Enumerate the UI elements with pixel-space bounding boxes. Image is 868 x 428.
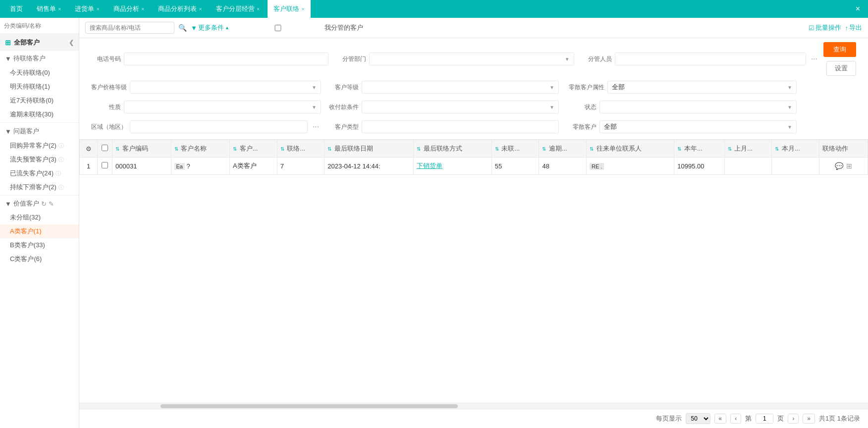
th-overdue: ⇅ 逾期... <box>539 140 587 158</box>
qrcode-icon[interactable]: ⊞ <box>846 162 852 170</box>
top-nav: 首页 销售单 × 进货单 × 商品分析 × 商品分析列表 × 客户分层经营 × … <box>0 0 868 18</box>
sidebar-search-input[interactable] <box>4 22 78 29</box>
filter-row-4: 区域（地区） ··· 客户类型 零散客户 全部 ▼ <box>87 118 860 135</box>
th-action-label: 联络动作 <box>822 145 848 152</box>
th-check[interactable] <box>98 140 112 158</box>
customer-type-input[interactable] <box>362 120 559 133</box>
price-level-chevron-icon: ▼ <box>312 85 317 90</box>
sidebar-item-class-a[interactable]: A类客户(1) <box>0 224 79 238</box>
content-area: 🔍 ▼ 更多条件 ▲ 我分管的客户 ☑ 批量操作 ↑ 导出 <box>79 18 868 428</box>
th-gear[interactable]: ⚙ <box>80 140 98 158</box>
value-section-label: 价值客户 <box>13 199 39 208</box>
prev-page-button[interactable]: ‹ <box>730 414 741 424</box>
overdue-days-value: 48 <box>542 162 549 170</box>
horizontal-scrollbar[interactable] <box>161 404 458 408</box>
class-a-label: A类客户(1) <box>10 227 42 235</box>
region-label: 区域（地区） <box>91 123 127 131</box>
batch-op-button[interactable]: ☑ 批量操作 <box>809 23 841 32</box>
page-size-select[interactable]: 50 100 200 <box>686 413 710 424</box>
region-input[interactable] <box>130 120 308 133</box>
price-level-select[interactable]: ▼ <box>130 81 321 94</box>
close-customer-segment-icon[interactable]: × <box>257 6 260 12</box>
sidebar-item-ungroup[interactable]: 未分组(32) <box>0 211 79 224</box>
filter-row-3: 性质 ▼ 收付款条件 ▼ 状态 <box>87 99 860 115</box>
select-all-checkbox[interactable] <box>102 145 108 151</box>
settings-button[interactable]: 设置 <box>826 61 856 76</box>
nav-customer-contact[interactable]: 客户联络 × <box>268 0 310 18</box>
th-this-month: ⇅ 本月... <box>772 140 819 158</box>
sidebar-item-class-c[interactable]: C类客户(6) <box>0 252 79 266</box>
uncontact-days-value: 55 <box>495 162 502 170</box>
this-month-sort-icon: ⇅ <box>775 146 779 152</box>
filter-search-icon[interactable]: 🔍 <box>178 24 187 32</box>
retail-customer-select[interactable]: 全部 ▼ <box>599 120 797 133</box>
th-last-date: ⇅ 最后联络日期 <box>325 140 414 158</box>
last-page-button[interactable]: » <box>803 414 815 424</box>
page-size-label: 每页显示 <box>656 414 682 423</box>
sidebar-item-tomorrow[interactable]: 明天待联络(1) <box>0 80 79 94</box>
edit-icon[interactable]: ✎ <box>49 200 54 208</box>
first-page-button[interactable]: « <box>714 414 727 424</box>
td-check[interactable] <box>98 158 112 175</box>
nav-customer-segment[interactable]: 客户分层经营 × <box>210 0 266 18</box>
close-purchase-icon[interactable]: × <box>96 6 99 12</box>
comment-icon[interactable]: 💬 <box>835 162 843 170</box>
sidebar-section-problem[interactable]: ▼ 问题客户 <box>0 124 79 139</box>
nav-home[interactable]: 首页 <box>4 0 29 18</box>
close-product-analysis-list-icon[interactable]: × <box>199 6 202 12</box>
sidebar-section-pending[interactable]: ▼ 待联络客户 <box>0 51 79 66</box>
manager-input[interactable] <box>615 53 806 65</box>
th-action: 联络动作 <box>819 140 868 158</box>
filter-icon: ▼ <box>191 24 197 32</box>
my-customer-label: 我分管的客户 <box>325 23 363 32</box>
nav-sales[interactable]: 销售单 × <box>31 0 67 18</box>
gear-icon[interactable]: ⚙ <box>86 145 92 153</box>
dept-chevron-icon: ▼ <box>565 56 570 62</box>
page-input[interactable] <box>756 414 773 424</box>
payment-chevron-icon: ▼ <box>549 105 554 110</box>
sidebar-collapse-icon[interactable]: ❮ <box>69 39 74 46</box>
nav-product-analysis[interactable]: 商品分析 × <box>108 0 150 18</box>
search-input[interactable] <box>85 22 174 34</box>
sidebar-item-churned[interactable]: 已流失客户(24) ⓘ <box>0 166 79 180</box>
dept-select[interactable]: ▼ <box>369 53 574 65</box>
close-customer-contact-icon[interactable]: × <box>301 6 304 12</box>
pending-section-label: 待联络客户 <box>13 54 46 63</box>
payment-select[interactable]: ▼ <box>362 101 559 113</box>
my-customer-checkbox-label[interactable]: 我分管的客户 <box>233 23 363 32</box>
th-contact-person: ⇅ 往来单位联系人 <box>587 140 674 158</box>
more-filter-button[interactable]: ▼ 更多条件 ▲ <box>191 23 229 32</box>
sidebar-item-overdue[interactable]: 逾期未联络(30) <box>0 107 79 121</box>
td-code: 000031 <box>112 158 171 175</box>
sidebar-item-churn-warning[interactable]: 流失预警客户(3) ⓘ <box>0 153 79 166</box>
sidebar-item-today[interactable]: 今天待联络(0) <box>0 66 79 80</box>
retail-attr-select[interactable]: 全部 ▼ <box>607 81 797 94</box>
sidebar-item-7days[interactable]: 近7天待联络(0) <box>0 94 79 107</box>
uncontact-sort-icon: ⇅ <box>495 146 499 152</box>
sidebar-item-declining[interactable]: 持续下滑客户(2) ⓘ <box>0 180 79 194</box>
manager-dots-button[interactable]: ··· <box>809 54 819 63</box>
th-last-date-label: 最后联络日期 <box>334 145 373 152</box>
status-label: 状态 <box>567 103 597 111</box>
export-button[interactable]: ↑ 导出 <box>845 23 863 32</box>
close-sales-icon[interactable]: × <box>58 6 61 12</box>
reload-icon[interactable]: ↻ <box>41 200 47 208</box>
sidebar-item-class-b[interactable]: B类客户(33) <box>0 238 79 252</box>
phone-input[interactable] <box>124 53 328 65</box>
export-label: 导出 <box>849 23 862 32</box>
last-method-value[interactable]: 下销货单 <box>417 162 442 169</box>
nav-purchase[interactable]: 进货单 × <box>69 0 105 18</box>
my-customer-checkbox[interactable] <box>233 25 323 31</box>
sidebar-item-repurchase-abnormal[interactable]: 回购异常客户(2) ⓘ <box>0 139 79 153</box>
status-select[interactable]: ▼ <box>599 101 797 113</box>
close-all-button[interactable]: × <box>852 4 864 13</box>
row-checkbox[interactable] <box>102 162 108 168</box>
nature-select[interactable]: ▼ <box>124 101 321 113</box>
customer-level-select[interactable]: ▼ <box>362 81 559 94</box>
close-product-analysis-icon[interactable]: × <box>141 6 144 12</box>
td-last-date: 2023-04-12 14:44: <box>325 158 414 175</box>
region-dots-button[interactable]: ··· <box>311 122 321 131</box>
next-page-button[interactable]: › <box>788 414 799 424</box>
query-button[interactable]: 查询 <box>823 42 856 57</box>
nav-product-analysis-list[interactable]: 商品分析列表 × <box>152 0 208 18</box>
